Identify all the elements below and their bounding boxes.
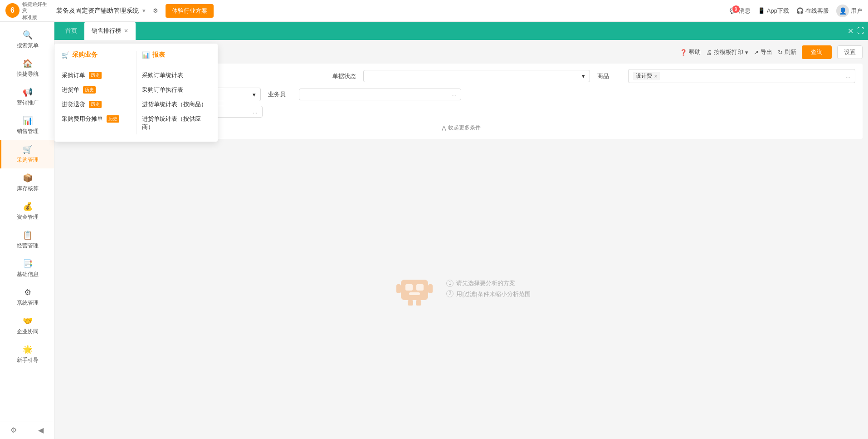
system-dropdown-arrow[interactable]: ▾ bbox=[142, 7, 146, 14]
history-badge-0: 历史 bbox=[89, 72, 102, 79]
topbar-right: 💬 9 消息 📱 App下载 🎧 在线客服 👤 用户 bbox=[730, 5, 863, 17]
purchase-col-icon: 🛒 bbox=[62, 51, 69, 59]
rank-dropdown-icon: ▾ bbox=[253, 91, 256, 98]
message-item[interactable]: 💬 9 消息 bbox=[730, 7, 751, 15]
empty-text: 1 请先选择要分析的方案 2 用[过滤]条件来缩小分析范围 bbox=[446, 278, 530, 299]
svg-rect-2 bbox=[416, 284, 424, 291]
help-item[interactable]: ❓ 帮助 bbox=[680, 48, 701, 56]
search-icon: 🔍 bbox=[23, 30, 33, 40]
print-icon: 🖨 bbox=[706, 49, 712, 56]
purchase-dropdown-menu: 🛒 采购业务 采购订单 历史 进货单 历史 进货退货 历史 采购费用分摊单 历史 bbox=[54, 44, 218, 142]
dropdown-item-order-stat[interactable]: 采购订单统计表 bbox=[142, 68, 211, 83]
app-download-item[interactable]: 📱 App下载 bbox=[758, 7, 789, 15]
window-close-btn[interactable]: ✕ bbox=[848, 27, 853, 35]
dropdown-columns: 🛒 采购业务 采购订单 历史 进货单 历史 进货退货 历史 采购费用分摊单 历史 bbox=[62, 51, 210, 134]
tab-bar: 首页 销售排行榜 ✕ ✕ ⛶ bbox=[54, 22, 868, 40]
step-2: 2 bbox=[446, 290, 454, 297]
online-service-item[interactable]: 🎧 在线客服 bbox=[796, 7, 829, 15]
history-badge-3: 历史 bbox=[107, 115, 119, 123]
home-icon: 🏠 bbox=[23, 59, 33, 69]
dropdown-item-purchase-order[interactable]: 采购订单 历史 bbox=[62, 68, 131, 83]
logo-text: 畅捷通好生意 标准版 bbox=[22, 1, 51, 20]
logo: 6 畅捷通好生意 标准版 bbox=[5, 1, 51, 20]
filter-status: 单据状态 ▾ bbox=[332, 70, 590, 82]
goods-label: 商品 bbox=[597, 72, 624, 80]
print-template-item[interactable]: 🖨 按模板打印 ▾ bbox=[706, 48, 748, 56]
sidebar-item-purchase[interactable]: 🛒 采购管理 bbox=[0, 140, 54, 168]
export-item[interactable]: ↗ 导出 bbox=[754, 48, 772, 56]
system-title: 装备及固定资产辅助管理系统 bbox=[56, 7, 139, 15]
dropdown-item-inbound[interactable]: 进货单 历史 bbox=[62, 83, 131, 97]
sidebar-item-search[interactable]: 🔍 搜索菜单 bbox=[0, 25, 54, 54]
goods-more[interactable]: ... bbox=[846, 73, 850, 79]
goods-tag-close[interactable]: × bbox=[654, 73, 657, 79]
svg-rect-6 bbox=[408, 300, 413, 306]
refresh-icon: ↻ bbox=[778, 49, 783, 56]
print-dropdown-icon: ▾ bbox=[745, 49, 748, 56]
window-maximize-btn[interactable]: ⛶ bbox=[857, 27, 864, 35]
dropdown-item-inbound-supplier[interactable]: 进货单统计表（按供应商） bbox=[142, 112, 211, 134]
basic-info-icon: 📑 bbox=[23, 259, 33, 269]
history-badge-2: 历史 bbox=[89, 101, 102, 108]
sidebar-item-finance[interactable]: 💰 资金管理 bbox=[0, 197, 54, 226]
sidebar: 🔍 搜索菜单 🏠 快捷导航 📢 营销推广 📊 销售管理 🛒 采购管理 📦 库存核… bbox=[0, 22, 54, 439]
marketing-icon: 📢 bbox=[23, 87, 33, 97]
step-1: 1 bbox=[446, 280, 454, 287]
sidebar-item-system[interactable]: ⚙ 系统管理 bbox=[0, 283, 54, 311]
status-dropdown-icon: ▾ bbox=[582, 73, 585, 79]
dropdown-item-return[interactable]: 进货退货 历史 bbox=[62, 97, 131, 112]
settings-button[interactable]: 设置 bbox=[837, 45, 863, 59]
sidebar-item-marketing[interactable]: 📢 营销推广 bbox=[0, 83, 54, 111]
salesman-more[interactable]: ... bbox=[452, 91, 456, 98]
sidebar-item-quick-nav[interactable]: 🏠 快捷导航 bbox=[0, 54, 54, 83]
refresh-item[interactable]: ↻ 刷新 bbox=[778, 48, 796, 56]
topbar-center: 装备及固定资产辅助管理系统 ▾ ⚙ 体验行业方案 bbox=[51, 4, 730, 18]
empty-state: 1 请先选择要分析的方案 2 用[过滤]条件来缩小分析范围 bbox=[60, 143, 863, 434]
status-label: 单据状态 bbox=[332, 72, 360, 80]
sidebar-bottom: ⚙ ◀ bbox=[0, 421, 54, 439]
system-icon: ⚙ bbox=[24, 287, 31, 297]
history-badge-1: 历史 bbox=[83, 86, 96, 94]
sidebar-item-guide[interactable]: 🌟 新手引导 bbox=[0, 340, 54, 369]
dropdown-item-order-exec[interactable]: 采购订单执行表 bbox=[142, 83, 211, 97]
dropdown-item-inbound-goods[interactable]: 进货单统计表（按商品） bbox=[142, 97, 211, 112]
empty-tip-2: 2 用[过滤]条件来缩小分析范围 bbox=[446, 289, 530, 299]
goods-tag: 设计费 × bbox=[633, 72, 660, 80]
operation-icon: 📋 bbox=[23, 230, 33, 240]
topbar: 6 畅捷通好生意 标准版 装备及固定资产辅助管理系统 ▾ ⚙ 体验行业方案 💬 … bbox=[0, 0, 868, 22]
settings-bottom-btn[interactable]: ⚙ bbox=[10, 426, 17, 434]
sidebar-item-sales[interactable]: 📊 销售管理 bbox=[0, 111, 54, 140]
sidebar-item-basic-info[interactable]: 📑 基础信息 bbox=[0, 254, 54, 283]
phone-icon: 📱 bbox=[758, 7, 765, 14]
svg-rect-7 bbox=[416, 300, 421, 306]
finance-icon: 💰 bbox=[23, 202, 33, 212]
purchase-col-header: 🛒 采购业务 bbox=[62, 51, 131, 63]
message-badge-wrap: 💬 9 bbox=[730, 7, 737, 14]
salesman-input[interactable]: ... bbox=[299, 89, 462, 100]
customer-more[interactable]: ... bbox=[253, 109, 257, 115]
svg-rect-0 bbox=[401, 280, 428, 300]
tab-home[interactable]: 首页 bbox=[58, 22, 84, 40]
status-select[interactable]: ▾ bbox=[363, 70, 590, 82]
dropdown-col-report: 📊 报表 采购订单统计表 采购订单执行表 进货单统计表（按商品） 进货单统计表（… bbox=[142, 51, 211, 134]
user-avatar: 👤 bbox=[836, 5, 849, 17]
collapse-sidebar-btn[interactable]: ◀ bbox=[38, 426, 44, 434]
industry-button[interactable]: 体验行业方案 bbox=[166, 4, 214, 18]
sidebar-item-operation[interactable]: 📋 经营管理 bbox=[0, 226, 54, 254]
sidebar-item-cooperation[interactable]: 🤝 企业协同 bbox=[0, 311, 54, 340]
collapse-up-icon: ⋀ bbox=[442, 125, 446, 131]
export-icon: ↗ bbox=[754, 49, 759, 56]
tab-close-btn[interactable]: ✕ bbox=[124, 28, 128, 34]
svg-rect-4 bbox=[396, 284, 401, 293]
report-col-icon: 📊 bbox=[142, 51, 150, 59]
tab-sales-rank[interactable]: 销售排行榜 ✕ bbox=[84, 22, 136, 40]
sidebar-item-inventory[interactable]: 📦 库存核算 bbox=[0, 168, 54, 197]
sales-icon: 📊 bbox=[23, 116, 33, 126]
gear-button[interactable]: ⚙ bbox=[149, 5, 162, 17]
svg-rect-5 bbox=[428, 284, 433, 293]
user-item[interactable]: 👤 用户 bbox=[836, 5, 863, 17]
goods-input[interactable]: 设计费 × ... bbox=[628, 69, 855, 83]
empty-tip-1: 1 请先选择要分析的方案 bbox=[446, 278, 530, 288]
dropdown-item-expense[interactable]: 采购费用分摊单 历史 bbox=[62, 112, 131, 126]
query-button[interactable]: 查询 bbox=[802, 45, 832, 59]
